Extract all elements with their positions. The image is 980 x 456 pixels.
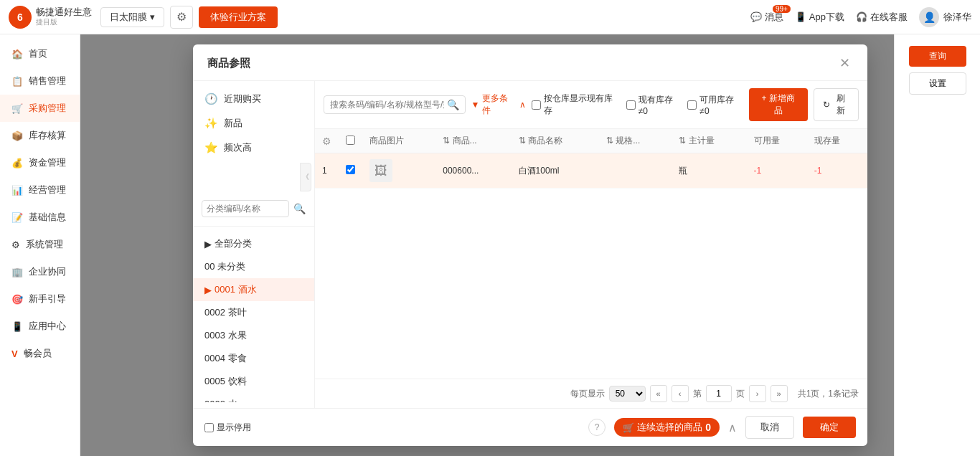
nonzero-stock-input[interactable] (626, 100, 636, 110)
quick-nav-recent[interactable]: 🕐 近期购买 (193, 87, 314, 111)
select-all-checkbox[interactable] (346, 136, 355, 145)
usable-stock-input[interactable] (687, 100, 697, 110)
sidebar-item-apps[interactable]: 📱 应用中心 (0, 313, 80, 340)
nonzero-stock-label: 现有库存≠0 (639, 94, 682, 116)
help-icon[interactable]: ? (588, 419, 606, 436)
total-info: 共1页，1条记录 (798, 388, 859, 400)
sales-icon: 📋 (11, 76, 23, 87)
add-product-button[interactable]: + 新增商品 (749, 88, 808, 121)
finance-icon: 💰 (11, 158, 23, 168)
confirm-button[interactable]: 确定 (803, 417, 856, 438)
sidebar-item-enterprise[interactable]: 🏢 企业协同 (0, 258, 80, 285)
col-checkbox[interactable] (339, 129, 362, 153)
online-service-button[interactable]: 🎧 在线客服 (856, 11, 908, 24)
usable-stock-checkbox[interactable]: 可用库存≠0 (687, 94, 743, 116)
sidebar-item-finance[interactable]: 💰 资金管理 (0, 149, 80, 176)
stock-by-warehouse-label: 按仓库显示现有库存 (544, 92, 621, 117)
category-liquor-label: 0001 酒水 (215, 283, 257, 296)
category-tea[interactable]: 0002 茶叶 (193, 301, 314, 324)
sidebar-item-system[interactable]: ⚙ 系统管理 (0, 231, 80, 258)
category-search-icon[interactable]: 🔍 (293, 203, 306, 214)
gear-icon: ⚙ (176, 10, 187, 24)
col-settings[interactable]: ⚙ (315, 129, 339, 153)
table-settings-icon[interactable]: ⚙ (322, 136, 331, 147)
collapse-footer-icon[interactable]: ∧ (728, 421, 737, 434)
category-all[interactable]: ▶ 全部分类 (193, 232, 314, 255)
page-number-input[interactable] (706, 385, 732, 402)
category-uncategorized[interactable]: 00 未分类 (193, 255, 314, 278)
sidebar-item-inventory[interactable]: 📦 库存核算 (0, 122, 80, 149)
next-page-button[interactable]: › (749, 385, 766, 402)
col-code-header[interactable]: ⇅ 商品... (435, 129, 511, 153)
refresh-button[interactable]: ↻ 刷新 (814, 88, 859, 121)
show-disabled-checkbox[interactable]: 显示停用 (204, 422, 251, 434)
category-snack[interactable]: 0004 零食 (193, 347, 314, 370)
dialog-body: 🕐 近期购买 ✨ 新品 ⭐ 频次高 《 (193, 81, 867, 408)
content-area: 查询 设置 商品参照 ✕ 🕐 近期购买 (80, 34, 980, 456)
sidebar-item-business[interactable]: 📊 经营管理 (0, 176, 80, 204)
last-page-button[interactable]: » (771, 385, 788, 402)
col-name-header[interactable]: ⇅ 商品名称 (512, 129, 599, 153)
system-icon: ⚙ (11, 239, 20, 250)
dialog-header: 商品参照 ✕ (193, 44, 867, 81)
category-all-label: 全部分类 (215, 237, 252, 250)
query-button[interactable]: 查询 (909, 46, 966, 67)
app-download-button[interactable]: 📱 App下载 (795, 11, 844, 24)
user-menu[interactable]: 👤 徐泽华 (919, 7, 971, 27)
product-search-input[interactable] (330, 100, 444, 110)
category-water-label: 0008 水 (204, 398, 237, 402)
sidebar-item-home[interactable]: 🏠 首页 (0, 40, 80, 67)
page-size-select[interactable]: 50 10 20 100 (609, 386, 646, 402)
settings-panel-button[interactable]: 设置 (909, 72, 966, 95)
sidebar-item-purchase[interactable]: 🛒 采购管理 (0, 95, 80, 122)
quick-nav-new[interactable]: ✨ 新品 (193, 111, 314, 136)
dialog-title: 商品参照 (207, 57, 250, 70)
row-checkbox-cell[interactable] (339, 153, 362, 189)
category-liquor[interactable]: ▶ 0001 酒水 (193, 278, 314, 301)
filter-label: 更多条件 (482, 92, 516, 117)
sidebar-item-basic-info[interactable]: 📝 基础信息 (0, 204, 80, 231)
col-unit-header[interactable]: ⇅ 主计量 (672, 129, 746, 153)
row-checkbox[interactable] (346, 165, 355, 174)
category-uncategorized-label: 00 未分类 (204, 260, 245, 273)
stock-by-warehouse-checkbox[interactable]: 按仓库显示现有库存 (532, 92, 621, 117)
category-water[interactable]: 0008 水 (193, 393, 314, 402)
row-name-cell: 白酒100ml (512, 153, 599, 189)
filter-icon: ▼ (471, 100, 480, 110)
dialog-toolbar: 🔍 ▼ 更多条件 ∧ 按仓库显示现有库存 (315, 81, 867, 129)
sort-icon: ⇅ (443, 136, 450, 146)
show-disabled-input[interactable] (204, 423, 214, 432)
category-fruit[interactable]: 0003 水果 (193, 324, 314, 347)
message-icon: 💬 (750, 11, 762, 22)
dialog-right-panel: 🔍 ▼ 更多条件 ∧ 按仓库显示现有库存 (315, 81, 867, 408)
online-service-label: 在线客服 (870, 11, 908, 24)
cart-button[interactable]: 🛒 连续选择的商品 0 (614, 418, 720, 437)
prev-page-button[interactable]: ‹ (672, 385, 689, 402)
sidebar: 🏠 首页 📋 销售管理 🛒 采购管理 📦 库存核算 💰 资金管理 📊 经营管理 … (0, 34, 80, 456)
collapse-panel-button[interactable]: 《 (300, 163, 311, 191)
store-name: 日太阳膜 (110, 11, 147, 24)
table-row[interactable]: 1 🖼 (315, 153, 867, 189)
refresh-label: 刷新 (833, 92, 850, 117)
product-search-icon[interactable]: 🔍 (447, 99, 459, 110)
stock-by-warehouse-input[interactable] (532, 100, 541, 110)
purchase-icon: 🛒 (11, 103, 23, 114)
col-spec-header[interactable]: ⇅ 规格... (599, 129, 672, 153)
category-list: ▶ 全部分类 00 未分类 ▶ 0001 酒水 0002 (193, 229, 314, 402)
sidebar-item-member[interactable]: V 畅会员 (0, 340, 80, 367)
messages-button[interactable]: 💬 消息 99+ (750, 11, 783, 24)
more-filters-button[interactable]: ▼ 更多条件 ∧ (471, 92, 526, 117)
sidebar-item-sales[interactable]: 📋 销售管理 (0, 67, 80, 95)
nonzero-stock-checkbox[interactable]: 现有库存≠0 (626, 94, 682, 116)
settings-button[interactable]: ⚙ (170, 6, 193, 29)
experience-button[interactable]: 体验行业方案 (199, 6, 278, 28)
quick-nav-frequent[interactable]: ⭐ 频次高 (193, 136, 314, 160)
dialog-close-button[interactable]: ✕ (836, 54, 853, 72)
category-drinks[interactable]: 0005 饮料 (193, 370, 314, 393)
page-text: 第 (693, 388, 702, 400)
first-page-button[interactable]: « (650, 385, 667, 402)
store-dropdown[interactable]: 日太阳膜 ▾ (100, 7, 164, 27)
category-search-input[interactable] (202, 200, 289, 217)
cancel-button[interactable]: 取消 (745, 416, 794, 439)
sidebar-item-guide[interactable]: 🎯 新手引导 (0, 285, 80, 313)
